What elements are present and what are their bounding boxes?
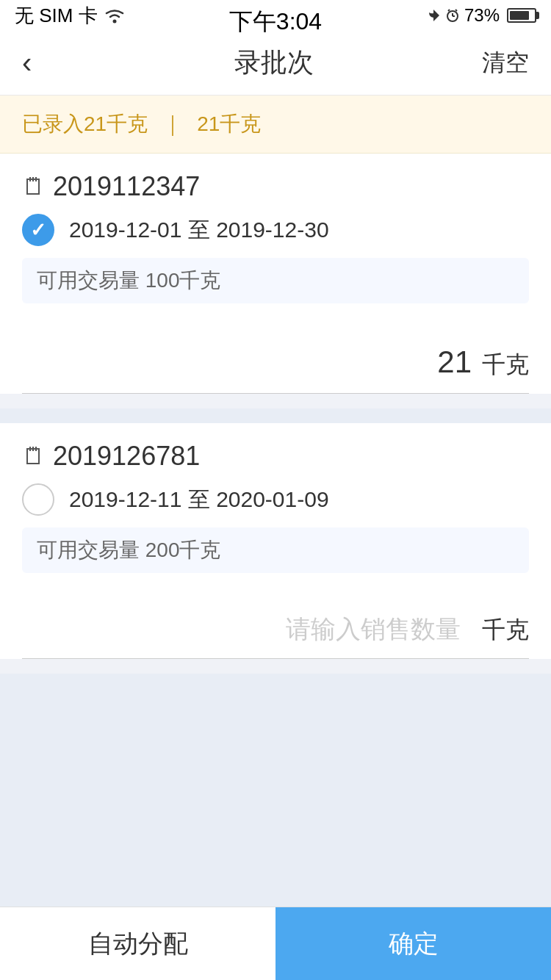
section-gap-1	[0, 408, 551, 423]
svg-line-5	[455, 10, 457, 11]
batch1-amount-row: 21 千克	[0, 333, 551, 381]
battery-icon	[507, 8, 536, 23]
info-divider: ｜	[162, 110, 182, 138]
batch1-card: 🗒 2019112347 ✓ 2019-12-01 至 2019-12-30 可…	[0, 154, 551, 394]
batch2-inner: 🗒 2019126781 2019-12-11 至 2020-01-09 可用交…	[0, 423, 551, 602]
svg-point-0	[112, 20, 116, 24]
batch2-card: 🗒 2019126781 2019-12-11 至 2020-01-09 可用交…	[0, 423, 551, 659]
alarm-icon	[445, 8, 460, 23]
page-title: 录批次	[234, 45, 314, 81]
batch1-amount: 21	[437, 345, 472, 380]
status-bar: 无 SIM 卡 下午3:04 73%	[0, 0, 551, 31]
batch1-date: 2019-12-01 至 2019-12-30	[69, 215, 329, 245]
svg-line-4	[448, 10, 450, 11]
batch1-check-icon: ✓	[30, 219, 46, 242]
status-time: 下午3:04	[229, 6, 322, 38]
nav-bar: ‹ 录批次 清空	[0, 31, 551, 96]
batch2-header: 🗒 2019126781	[22, 441, 529, 472]
batch2-available: 可用交易量 200千克	[22, 527, 529, 573]
qty-input[interactable]	[251, 615, 472, 644]
recorded-label: 已录入21千克	[22, 110, 148, 138]
batch1-inner: 🗒 2019112347 ✓ 2019-12-01 至 2019-12-30 可…	[0, 154, 551, 333]
status-right: 73%	[426, 5, 536, 26]
back-button[interactable]: ‹	[22, 46, 66, 79]
confirm-label: 确定	[389, 927, 439, 961]
status-left: 无 SIM 卡	[15, 3, 126, 29]
batch1-unit: 千克	[482, 349, 529, 381]
batch1-icon: 🗒	[22, 173, 46, 201]
wifi-icon	[104, 7, 126, 24]
batch1-date-row: ✓ 2019-12-01 至 2019-12-30	[22, 214, 529, 246]
batch1-id: 2019112347	[53, 171, 200, 202]
batch2-underline	[22, 658, 529, 659]
batch1-header: 🗒 2019112347	[22, 171, 529, 202]
batch2-date-row: 2019-12-11 至 2020-01-09	[22, 483, 529, 516]
batch2-date: 2019-12-11 至 2020-01-09	[69, 485, 329, 515]
batch2-icon: 🗒	[22, 443, 46, 470]
batch1-available: 可用交易量 100千克	[22, 258, 529, 303]
batch1-radio[interactable]: ✓	[22, 214, 54, 246]
clear-button[interactable]: 清空	[482, 47, 529, 79]
total-label: 21千克	[197, 110, 261, 138]
batch1-underline	[22, 393, 529, 394]
auto-distribute-button[interactable]: 自动分配	[0, 907, 276, 980]
location-icon	[426, 8, 441, 23]
auto-distribute-label: 自动分配	[88, 927, 188, 961]
batch2-id: 2019126781	[53, 441, 200, 472]
batch2-radio[interactable]	[22, 483, 54, 516]
info-banner: 已录入21千克 ｜ 21千克	[0, 96, 551, 154]
bottom-bar: 自动分配 确定	[0, 907, 551, 980]
batch2-unit: 千克	[482, 614, 529, 646]
batch2-input-row: 千克	[0, 602, 551, 646]
confirm-button[interactable]: 确定	[276, 907, 551, 980]
battery-percent: 73%	[464, 5, 500, 26]
no-sim-label: 无 SIM 卡	[15, 3, 98, 29]
